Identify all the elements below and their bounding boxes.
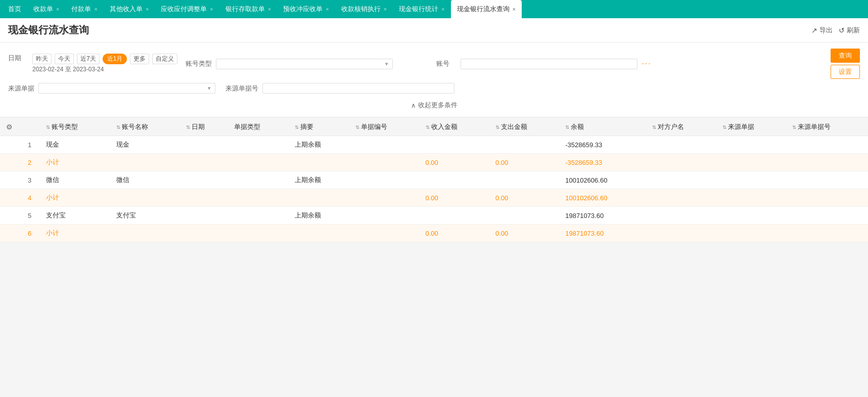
- col-counterparty[interactable]: ⇅对方户名: [647, 118, 717, 136]
- refresh-icon: ↺: [839, 26, 845, 34]
- source-doc-chevron: ▾: [208, 85, 211, 92]
- close-tab-icon[interactable]: ×: [56, 6, 59, 12]
- date-range-text: 2023-02-24 至 2023-03-24: [32, 65, 177, 74]
- nav-tab-银行存取款单[interactable]: 银行存取款单×: [219, 0, 277, 18]
- close-tab-icon[interactable]: ×: [384, 6, 387, 12]
- col-account-type[interactable]: ⇅账号类型: [41, 118, 111, 136]
- table-cell: [181, 154, 229, 171]
- col-income[interactable]: ⇅收入金额: [421, 118, 490, 136]
- export-button[interactable]: ↗ 导出: [811, 26, 833, 35]
- date-btn-more[interactable]: 更多: [130, 54, 149, 64]
- close-tab-icon[interactable]: ×: [210, 6, 213, 12]
- table-cell: [0, 154, 18, 171]
- col-source-doc-no[interactable]: ⇅来源单据号: [787, 118, 868, 136]
- nav-tab-预收冲应收单[interactable]: 预收冲应收单×: [277, 0, 335, 18]
- nav-tab-收款单[interactable]: 收款单×: [27, 0, 65, 18]
- table-cell: [490, 171, 560, 189]
- account-type-input[interactable]: [220, 60, 385, 68]
- table-cell: [787, 207, 868, 225]
- col-idx: [18, 118, 41, 136]
- filter-area: 日期 昨天 今天 近7天 近1月 更多 自定义 2023-02-24 至 202…: [0, 42, 868, 117]
- table-cell: 6: [18, 225, 41, 242]
- source-doc-input[interactable]: [43, 84, 208, 92]
- table-cell: [229, 189, 290, 207]
- table-cell: 0.00: [490, 225, 560, 242]
- query-button[interactable]: 查询: [831, 49, 860, 63]
- table-cell: 0.00: [421, 154, 490, 171]
- date-btn-today[interactable]: 今天: [55, 54, 74, 64]
- table-cell: [717, 207, 787, 225]
- table-cell: [717, 171, 787, 189]
- table-cell: [717, 189, 787, 207]
- table-cell: [350, 225, 420, 242]
- nav-home[interactable]: 首页: [2, 0, 27, 18]
- collapse-bar[interactable]: ∧ 收起更多条件: [8, 98, 860, 111]
- close-tab-icon[interactable]: ×: [441, 6, 444, 12]
- gear-icon[interactable]: ⚙: [6, 123, 13, 131]
- table-cell: 微信: [41, 171, 111, 189]
- col-source-doc[interactable]: ⇅来源单据: [717, 118, 787, 136]
- table-header: ⚙ ⇅账号类型 ⇅账号名称 ⇅日期 单据类型 ⇅摘要 ⇅单据编号: [0, 118, 868, 136]
- sort-icon-account-name: ⇅: [116, 124, 120, 130]
- date-btn-yesterday[interactable]: 昨天: [32, 54, 52, 64]
- table-cell: [111, 225, 181, 242]
- table-cell: 现金: [41, 136, 111, 154]
- close-tab-icon[interactable]: ×: [268, 6, 271, 12]
- table-cell: 0.00: [490, 154, 560, 171]
- nav-tab-其他收入单[interactable]: 其他收入单×: [104, 0, 155, 18]
- nav-tab-现金银行流水查询[interactable]: 现金银行流水查询×: [451, 0, 522, 18]
- col-summary[interactable]: ⇅摘要: [290, 118, 350, 136]
- col-doc-no[interactable]: ⇅单据编号: [350, 118, 420, 136]
- date-btn-1month[interactable]: 近1月: [103, 54, 127, 64]
- date-btn-custom[interactable]: 自定义: [152, 54, 177, 64]
- table-cell: 小计: [41, 154, 111, 171]
- date-buttons: 昨天 今天 近7天 近1月 更多 自定义: [32, 54, 177, 64]
- header-actions: ↗ 导出 ↺ 刷新: [811, 26, 860, 35]
- source-doc-no-label: 来源单据号: [225, 84, 258, 93]
- source-doc-no-input[interactable]: [267, 84, 450, 92]
- date-btn-7days[interactable]: 近7天: [77, 54, 100, 64]
- table-cell: [647, 207, 717, 225]
- nav-home-label: 首页: [8, 5, 21, 14]
- table-cell: [717, 154, 787, 171]
- col-date[interactable]: ⇅日期: [181, 118, 229, 136]
- table-row: 5支付宝支付宝上期余额19871073.60: [0, 207, 868, 225]
- table-cell: 19871073.60: [560, 225, 647, 242]
- account-no-label: 账号: [436, 59, 456, 68]
- table-cell: [0, 225, 18, 242]
- sort-icon-counterparty: ⇅: [652, 124, 656, 130]
- nav-tab-应收应付调整单[interactable]: 应收应付调整单×: [155, 0, 219, 18]
- table-cell: [421, 136, 490, 154]
- account-type-chevron: ▾: [385, 61, 388, 67]
- settings-button[interactable]: 设置: [831, 65, 860, 79]
- nav-tab-收款核销执行[interactable]: 收款核销执行×: [335, 0, 393, 18]
- account-no-more-btn[interactable]: ···: [642, 59, 651, 68]
- close-tab-icon[interactable]: ×: [94, 6, 97, 12]
- table-row: 3微信微信上期余额100102606.60: [0, 171, 868, 189]
- col-account-name[interactable]: ⇅账号名称: [111, 118, 181, 136]
- close-tab-icon[interactable]: ×: [146, 6, 149, 12]
- col-expense[interactable]: ⇅支出金额: [490, 118, 560, 136]
- nav-tab-付款单[interactable]: 付款单×: [65, 0, 103, 18]
- table-cell: [229, 136, 290, 154]
- table-cell: 5: [18, 207, 41, 225]
- nav-tab-label: 预收冲应收单: [283, 5, 323, 14]
- date-label: 日期: [8, 54, 28, 63]
- table-body: 1现金现金上期余额-3528659.332小计0.000.00-3528659.…: [0, 136, 868, 242]
- table-cell: 0.00: [490, 189, 560, 207]
- table-cell: [421, 207, 490, 225]
- table-cell: -3528659.33: [560, 136, 647, 154]
- close-tab-icon[interactable]: ×: [326, 6, 329, 12]
- table-cell: [787, 154, 868, 171]
- refresh-button[interactable]: ↺ 刷新: [839, 26, 860, 35]
- account-no-input[interactable]: [465, 60, 633, 68]
- nav-tab-现金银行统计[interactable]: 现金银行统计×: [393, 0, 450, 18]
- account-no-filter: 账号 ···: [436, 59, 823, 69]
- close-tab-icon[interactable]: ×: [513, 6, 516, 12]
- table-cell: -3528659.33: [560, 154, 647, 171]
- sort-icon-source-doc: ⇅: [722, 124, 726, 130]
- col-balance[interactable]: ⇅余额: [560, 118, 647, 136]
- sort-icon-account-type: ⇅: [46, 124, 50, 130]
- table-cell: [111, 154, 181, 171]
- table-cell: [111, 189, 181, 207]
